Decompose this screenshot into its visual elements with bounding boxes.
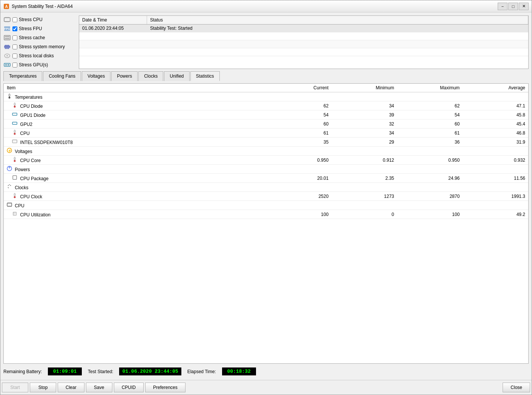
window-title: System Stability Test - AIDA64 <box>12 4 73 9</box>
stress-local-disks-checkbox[interactable] <box>12 54 17 58</box>
stress-cpu-icon <box>3 17 11 23</box>
tab-powers[interactable]: Powers <box>111 71 138 81</box>
group-label: Powers <box>4 165 528 174</box>
item-icon <box>12 130 17 135</box>
svg-rect-37 <box>12 122 17 124</box>
log-status-1 <box>147 32 528 40</box>
log-row-0: 01.06.2020 23:44:05 Stability Test: Star… <box>79 24 528 32</box>
stress-cpu-checkbox[interactable] <box>12 17 17 22</box>
save-button[interactable]: Save <box>86 383 112 392</box>
stress-sys-mem-checkbox[interactable] <box>12 44 17 49</box>
tab-temperatures[interactable]: Temperatures <box>3 71 42 81</box>
stress-fpu-checkbox[interactable] <box>12 26 17 31</box>
stress-cache-icon <box>3 35 11 41</box>
item-minimum: 29 <box>331 138 397 147</box>
item-maximum: 60 <box>397 119 463 129</box>
preferences-button[interactable]: Preferences <box>145 383 186 392</box>
stress-disk-icon <box>3 53 11 59</box>
item-average: 49.2 <box>463 210 528 219</box>
table-header-row: Item Current Minimum Maximum Average <box>4 84 528 92</box>
svg-line-50 <box>10 185 11 186</box>
log-row-2 <box>79 40 528 48</box>
item-current: 54 <box>266 110 332 119</box>
svg-rect-30 <box>9 94 10 96</box>
tab-clocks[interactable]: Clocks <box>138 71 163 81</box>
tab-voltages[interactable]: Voltages <box>82 71 110 81</box>
item-current: 35 <box>266 138 332 147</box>
stress-sys-mem-item: Stress system memory <box>3 43 75 51</box>
item-minimum: 2.35 <box>331 174 397 183</box>
table-group-row: CPU <box>4 201 528 210</box>
tabs-container: Temperatures Cooling Fans Voltages Power… <box>3 71 529 81</box>
item-current: 61 <box>266 129 332 138</box>
close-button[interactable]: Close <box>503 383 530 392</box>
svg-rect-13 <box>4 35 10 40</box>
group-icon <box>7 93 12 99</box>
item-icon <box>12 103 17 108</box>
col-item: Item <box>4 84 266 92</box>
item-name: CPU Clock <box>4 192 266 201</box>
table-group-row: Powers <box>4 165 528 174</box>
item-current: 2520 <box>266 192 332 201</box>
item-name: CPU <box>4 129 266 138</box>
stress-fpu-icon: FPU <box>3 26 11 32</box>
stress-mem-icon <box>3 44 11 50</box>
svg-rect-33 <box>14 103 15 106</box>
col-current: Current <box>266 84 332 92</box>
group-label: ⚡ Voltages <box>4 147 528 156</box>
tab-cooling-fans[interactable]: Cooling Fans <box>43 71 81 81</box>
stress-gpus-label: Stress GPU(s) <box>19 62 48 67</box>
item-current: 60 <box>266 119 332 129</box>
maximize-button[interactable]: □ <box>508 3 518 10</box>
svg-rect-36 <box>12 113 17 115</box>
table-group-row: Temperatures <box>4 92 528 101</box>
log-datetime-3 <box>79 48 147 56</box>
stress-local-disks-item: Stress local disks <box>3 52 75 60</box>
stress-fpu-label: Stress FPU <box>19 26 42 31</box>
svg-rect-18 <box>6 45 7 46</box>
tab-unified[interactable]: Unified <box>164 71 189 81</box>
clear-button[interactable]: Clear <box>58 383 84 392</box>
col-minimum: Minimum <box>331 84 397 92</box>
stress-gpus-checkbox[interactable] <box>12 63 17 67</box>
table-row: CPU Core 0.950 0.912 0.950 0.932 <box>4 156 528 165</box>
svg-text:⚡: ⚡ <box>8 149 12 153</box>
main-window: A System Stability Test - AIDA64 − □ ✕ <box>0 0 532 395</box>
test-started-value: 01.06.2020 23:44:05 <box>119 367 181 375</box>
minimize-button[interactable]: − <box>498 3 507 10</box>
statistics-table-container: Item Current Minimum Maximum Average Tem… <box>3 83 529 364</box>
svg-rect-64 <box>13 212 16 215</box>
window-close-button[interactable]: ✕ <box>519 3 529 10</box>
stress-local-disks-label: Stress local disks <box>19 53 54 58</box>
item-current: 20.01 <box>266 174 332 183</box>
group-label: Clocks <box>4 183 528 192</box>
start-button[interactable]: Start <box>2 383 28 392</box>
item-name: GPU2 <box>4 119 266 129</box>
table-group-row: ⚡ Voltages <box>4 147 528 156</box>
stress-gpus-item: Stress GPU(s) <box>3 61 75 69</box>
svg-line-49 <box>8 185 9 186</box>
item-maximum: 61 <box>397 129 463 138</box>
stress-cache-checkbox[interactable] <box>12 35 17 40</box>
elapsed-time-value: 00:18:32 <box>222 367 256 375</box>
top-section: Stress CPU FPU Stress FPU <box>3 15 529 69</box>
item-minimum: 39 <box>331 110 397 119</box>
svg-point-39 <box>14 133 16 135</box>
table-row: CPU Clock 2520 1273 2870 1991.3 <box>4 192 528 201</box>
stop-button[interactable]: Stop <box>30 383 56 392</box>
item-minimum: 0 <box>331 210 397 219</box>
title-bar: A System Stability Test - AIDA64 − □ ✕ <box>0 0 532 12</box>
bottom-status-bar: Remaining Battery: 01:09:01 Test Started… <box>3 366 529 377</box>
item-average: 45.8 <box>463 110 528 119</box>
stress-cpu-label: Stress CPU <box>19 17 43 22</box>
cpuid-button[interactable]: CPUID <box>114 383 144 392</box>
tab-statistics[interactable]: Statistics <box>190 71 220 81</box>
item-name: CPU Core <box>4 156 266 165</box>
svg-rect-21 <box>5 48 6 49</box>
svg-point-54 <box>14 196 16 198</box>
item-maximum: 62 <box>397 101 463 110</box>
log-col-datetime: Date & Time <box>79 16 147 24</box>
col-maximum: Maximum <box>397 84 463 92</box>
log-header: Date & Time Status <box>79 16 528 24</box>
table-body: Temperatures CPU Diode 62 34 62 47.1 GPU… <box>4 92 528 219</box>
